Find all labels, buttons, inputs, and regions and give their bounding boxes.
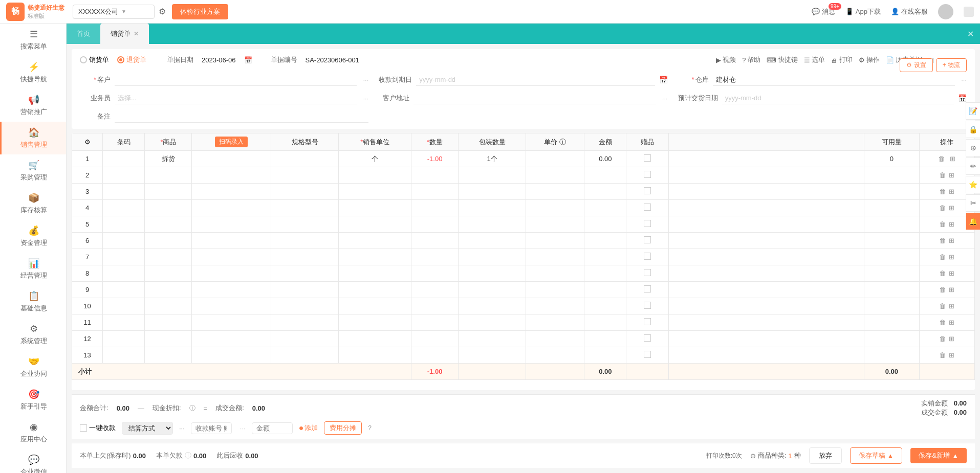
radio-sale[interactable]: 销货单 xyxy=(80,55,109,64)
copy-row-icon[interactable]: ⊞ xyxy=(949,269,954,277)
gift-checkbox[interactable] xyxy=(644,154,651,162)
customer-addr-input[interactable] xyxy=(413,92,656,104)
account-more-icon[interactable]: ··· xyxy=(240,424,246,432)
right-btn-edit[interactable]: 📝 xyxy=(966,102,980,120)
operate-btn[interactable]: ⚙ 操作 xyxy=(859,55,880,64)
due-date-calendar-icon[interactable]: 📅 xyxy=(659,76,668,84)
avatar[interactable] xyxy=(938,4,953,19)
user-menu-icon[interactable] xyxy=(964,7,974,17)
delete-row-icon[interactable]: 🗑 xyxy=(939,171,946,179)
gift-checkbox[interactable] xyxy=(644,236,651,243)
cell-qty[interactable]: -1.00 xyxy=(411,151,459,167)
copy-row-icon[interactable]: ⊞ xyxy=(950,155,955,163)
global-settings-icon[interactable]: ⚙ xyxy=(159,7,166,16)
warehouse-input[interactable] xyxy=(713,74,955,86)
gift-checkbox[interactable] xyxy=(644,269,651,276)
gift-checkbox[interactable] xyxy=(644,318,651,325)
total-due-help-icon[interactable]: ⓘ xyxy=(185,451,191,460)
choose-btn[interactable]: ☰ 选单 xyxy=(804,55,825,64)
add-payment-btn[interactable]: ● 添加 xyxy=(299,423,318,433)
save-draft-arrow[interactable]: ▲ xyxy=(887,452,894,460)
right-btn-add[interactable]: ⊕ xyxy=(966,139,980,156)
discount-help-icon[interactable]: ⓘ xyxy=(189,404,195,413)
delete-row-icon[interactable]: 🗑 xyxy=(939,204,946,212)
copy-row-icon[interactable]: ⊞ xyxy=(949,220,954,228)
right-btn-lock[interactable]: 🔒 xyxy=(966,121,980,138)
copy-row-icon[interactable]: ⊞ xyxy=(949,237,954,244)
expected-date-calendar-icon[interactable]: 📅 xyxy=(958,94,967,102)
cell-price[interactable] xyxy=(526,151,584,167)
warehouse-more-icon[interactable]: ··· xyxy=(961,76,967,84)
salesperson-input[interactable] xyxy=(115,92,357,104)
cell-product[interactable]: 拆货 xyxy=(145,151,192,167)
gift-checkbox[interactable] xyxy=(644,220,651,227)
one-click-pay-cb[interactable] xyxy=(80,424,87,432)
expected-date-input[interactable] xyxy=(722,92,954,104)
cell-unit[interactable]: 个 xyxy=(339,151,411,167)
delete-row-icon[interactable]: 🗑 xyxy=(939,351,946,359)
cell-spec[interactable] xyxy=(271,151,339,167)
copy-row-icon[interactable]: ⊞ xyxy=(949,171,954,179)
th-settings[interactable]: ⚙ xyxy=(72,133,103,151)
discard-btn[interactable]: 放弃 xyxy=(809,447,842,464)
video-btn[interactable]: ▶ 视频 xyxy=(716,55,736,64)
copy-row-icon[interactable]: ⊞ xyxy=(949,204,954,212)
sidebar-item-inventory[interactable]: 📦 库存核算 xyxy=(0,187,66,220)
sidebar-item-marketing[interactable]: 📢 营销推广 xyxy=(0,89,66,122)
delete-row-icon[interactable]: 🗑 xyxy=(939,253,946,261)
delete-row-icon[interactable]: 🗑 xyxy=(939,286,946,294)
expense-help-icon[interactable]: ? xyxy=(368,424,372,432)
gift-checkbox[interactable] xyxy=(644,204,651,211)
gift-checkbox[interactable] xyxy=(644,334,651,342)
right-btn-star[interactable]: ⭐ xyxy=(966,176,980,193)
save-new-arrow[interactable]: ▲ xyxy=(952,452,959,460)
copy-row-icon[interactable]: ⊞ xyxy=(949,253,954,261)
copy-row-icon[interactable]: ⊞ xyxy=(949,188,954,195)
sidebar-item-enterprise[interactable]: 🤝 企业协同 xyxy=(0,351,66,384)
trial-btn[interactable]: 体验行业方案 xyxy=(172,4,228,19)
cell-pack[interactable]: 1个 xyxy=(459,151,526,167)
one-click-pay-checkbox[interactable]: 一键收款 xyxy=(80,423,116,433)
calendar-icon[interactable]: 📅 xyxy=(244,56,252,64)
company-selector[interactable]: XXXXXX公司 ▼ xyxy=(73,5,155,19)
cell-gift[interactable] xyxy=(626,151,668,167)
copy-row-icon[interactable]: ⊞ xyxy=(949,335,954,343)
gift-checkbox[interactable] xyxy=(644,253,651,260)
delete-row-icon[interactable]: 🗑 xyxy=(939,319,946,326)
save-draft-btn[interactable]: 保存草稿 ▲ xyxy=(850,447,903,464)
account-input[interactable] xyxy=(191,422,232,434)
shortcut-btn[interactable]: ⌨ 快捷键 xyxy=(767,55,798,64)
tab-close-icon[interactable]: ✕ xyxy=(134,30,139,37)
tab-sales-order[interactable]: 销货单 ✕ xyxy=(100,24,149,44)
pay-method-select[interactable]: 结算方式 xyxy=(122,422,173,435)
customer-input[interactable] xyxy=(115,74,357,86)
delete-row-icon[interactable]: 🗑 xyxy=(939,237,946,244)
cell-amount[interactable]: 0.00 xyxy=(584,151,626,167)
sidebar-item-guide[interactable]: 🎯 新手引导 xyxy=(0,384,66,416)
customer-more-icon[interactable]: ··· xyxy=(363,76,368,84)
right-btn-notify[interactable]: 🔔 xyxy=(966,213,980,230)
amount-input[interactable] xyxy=(252,422,293,434)
gift-checkbox[interactable] xyxy=(644,302,651,309)
sidebar-item-basic[interactable]: 📋 基础信息 xyxy=(0,285,66,318)
sidebar-item-apps[interactable]: ◉ 应用中心 xyxy=(0,416,66,449)
tab-home[interactable]: 首页 xyxy=(67,24,100,44)
sidebar-item-purchase[interactable]: 🛒 采购管理 xyxy=(0,154,66,187)
right-btn-scissors[interactable]: ✂ xyxy=(966,194,980,212)
message-btn[interactable]: 💬 消息 99+ xyxy=(812,7,835,16)
delete-row-icon[interactable]: 🗑 xyxy=(939,302,946,310)
help-btn[interactable]: ? 帮助 xyxy=(742,55,760,64)
cell-barcode[interactable] xyxy=(103,151,145,167)
settings-btn[interactable]: ⚙ 设置 xyxy=(900,58,932,72)
radio-return[interactable]: 退货单 xyxy=(117,55,146,64)
sidebar-item-system[interactable]: ⚙ 系统管理 xyxy=(0,318,66,351)
sidebar-item-finance[interactable]: 💰 资金管理 xyxy=(0,220,66,253)
expense-btn[interactable]: 费用分摊 xyxy=(324,421,362,435)
customer-addr-more-icon[interactable]: ··· xyxy=(662,95,668,102)
remark-input[interactable] xyxy=(115,110,368,123)
online-service-btn[interactable]: 👤 在线客服 xyxy=(891,7,928,16)
close-all-icon[interactable]: ✕ xyxy=(967,29,974,39)
save-new-btn[interactable]: 保存&新增 ▲ xyxy=(910,448,967,463)
delete-row-icon[interactable]: 🗑 xyxy=(939,269,946,277)
sidebar-item-quick-nav[interactable]: ⚡ 快捷导航 xyxy=(0,56,66,89)
